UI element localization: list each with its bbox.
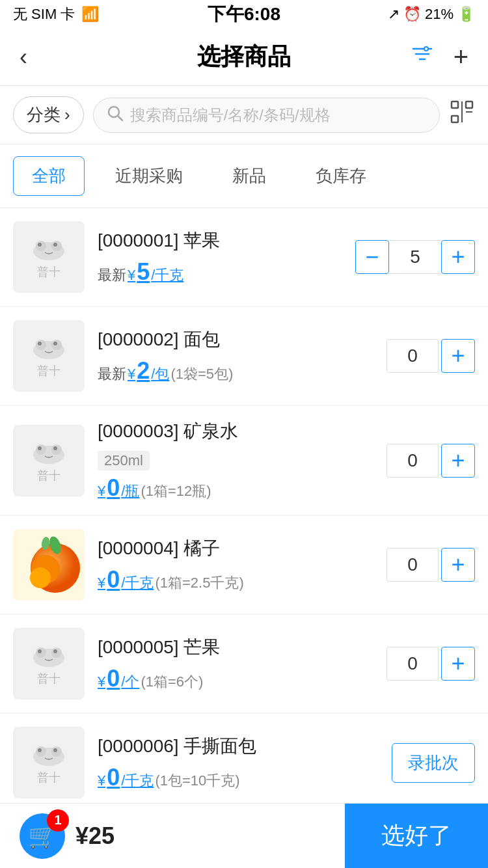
search-icon [107,105,124,126]
status-right: ↗ ⏰ 21% 🔋 [388,6,475,23]
quantity-increase-button[interactable]: + [441,444,475,478]
battery-icon: 🔋 [457,6,475,23]
quantity-control: + [386,339,475,373]
product-thumbnail: 普十 [13,320,85,392]
svg-rect-8 [452,116,458,122]
svg-point-20 [53,342,57,346]
svg-line-5 [118,116,122,120]
nav-left: ‹ [20,44,27,71]
svg-point-3 [424,47,428,51]
location-icon: ↗ [388,6,400,23]
svg-point-15 [53,243,57,247]
cart-button[interactable]: 🛒 1 [20,813,65,859]
back-button[interactable]: ‹ [20,44,27,71]
svg-point-24 [38,446,42,450]
quantity-decrease-button[interactable]: − [355,240,389,274]
svg-point-30 [30,567,51,588]
product-price: 最新 ¥ 2 /包 (1袋=5包) [98,357,373,385]
tab-negative[interactable]: 负库存 [297,156,385,196]
svg-point-42 [53,748,57,752]
list-item: 普十 [0000006] 手撕面包 ¥ 0 /千克 (1包=10千克) 录批次 [0,714,488,811]
product-thumbnail: 普十 [13,425,85,496]
product-price: ¥ 0 /瓶 (1箱=12瓶) [98,474,373,502]
tab-new[interactable]: 新品 [213,156,285,196]
quantity-control: + [386,548,475,582]
product-thumbnail: 普十 [13,221,85,293]
quantity-control: − + [355,240,475,274]
svg-point-14 [38,243,42,247]
product-price: ¥ 0 /千克 (1包=10千克) [98,764,379,791]
quantity-input[interactable] [386,647,439,681]
svg-point-19 [38,342,42,346]
product-thumbnail: 普十 [13,727,85,798]
quantity-input[interactable] [386,339,439,373]
category-label: 分类 [27,103,61,126]
status-time: 下午6:08 [208,2,280,27]
quantity-increase-button[interactable]: + [441,240,475,274]
category-button[interactable]: 分类 › [13,96,84,133]
list-item: 普十 [0000001] 苹果 最新 ¥ 5 /千克 − + [0,208,488,306]
svg-rect-7 [466,102,472,108]
quantity-control: + [386,647,475,681]
nav-right: + [411,42,468,72]
tabs-bar: 全部 近期采购 新品 负库存 [0,144,488,208]
category-arrow: › [64,105,70,125]
quantity-input[interactable] [389,240,441,274]
svg-point-37 [53,649,57,653]
svg-rect-6 [452,102,458,108]
product-name: [0000003] 矿泉水 [98,419,373,444]
product-name: [0000005] 芒果 [98,635,373,660]
batch-record-button[interactable]: 录批次 [392,743,475,783]
product-list: 普十 [0000001] 苹果 最新 ¥ 5 /千克 − + [0,208,488,865]
quantity-control: + [386,444,475,478]
quantity-input[interactable] [386,444,439,478]
filter-bar: 分类 › 搜索商品编号/名称/条码/规格 [0,86,488,144]
product-name: [0000001] 苹果 [98,228,342,253]
quantity-increase-button[interactable]: + [441,647,475,681]
quantity-increase-button[interactable]: + [441,339,475,373]
bottom-bar: 🛒 1 ¥25 选好了 [0,803,488,868]
list-item: 普十 [0000002] 面包 最新 ¥ 2 /包 (1袋=5包) + [0,307,488,405]
battery-label: 21% [425,6,454,23]
nav-bar: ‹ 选择商品 + [0,29,488,86]
product-price: ¥ 0 /千克 (1箱=2.5千克) [98,566,373,593]
cart-total: ¥25 [75,822,115,850]
svg-point-41 [38,748,42,752]
list-item: 普十 [0000005] 芒果 ¥ 0 /个 (1箱=6个) + [0,615,488,712]
search-placeholder: 搜索商品编号/名称/条码/规格 [130,105,331,126]
product-info: [0000001] 苹果 最新 ¥ 5 /千克 [98,228,342,286]
product-name: [0000002] 面包 [98,327,373,352]
product-info: [0000004] 橘子 ¥ 0 /千克 (1箱=2.5千克) [98,536,373,593]
quantity-increase-button[interactable]: + [441,548,475,582]
filter-button[interactable] [411,42,434,72]
tab-all[interactable]: 全部 [13,156,85,196]
list-item: 普十 [0000003] 矿泉水 250ml ¥ 0 /瓶 (1箱=12瓶) + [0,406,488,515]
product-info: [0000006] 手撕面包 ¥ 0 /千克 (1包=10千克) [98,734,379,791]
scan-button[interactable] [449,99,475,131]
confirm-button[interactable]: 选好了 [345,804,488,869]
page-title: 选择商品 [197,41,291,73]
status-left: 无 SIM 卡 📶 [13,5,99,24]
product-thumbnail: 普十 [13,628,85,699]
product-thumbnail [13,529,85,601]
list-item: [0000004] 橘子 ¥ 0 /千克 (1箱=2.5千克) + [0,516,488,614]
search-box[interactable]: 搜索商品编号/名称/条码/规格 [93,98,440,133]
carrier-label: 无 SIM 卡 [13,5,75,24]
product-info: [0000002] 面包 最新 ¥ 2 /包 (1袋=5包) [98,327,373,385]
product-spec: 250ml [98,451,150,470]
product-name: [0000006] 手撕面包 [98,734,379,759]
status-bar: 无 SIM 卡 📶 下午6:08 ↗ ⏰ 21% 🔋 [0,0,488,29]
product-info: [0000003] 矿泉水 250ml ¥ 0 /瓶 (1箱=12瓶) [98,419,373,502]
quantity-input[interactable] [386,548,439,582]
svg-point-36 [38,649,42,653]
product-info: [0000005] 芒果 ¥ 0 /个 (1箱=6个) [98,635,373,692]
product-price: ¥ 0 /个 (1箱=6个) [98,665,373,692]
alarm-icon: ⏰ [403,6,421,23]
add-button[interactable]: + [454,42,468,72]
product-name: [0000004] 橘子 [98,536,373,561]
cart-badge: 1 [47,809,69,832]
svg-point-25 [53,446,57,450]
wifi-icon: 📶 [81,6,99,23]
product-price: 最新 ¥ 5 /千克 [98,258,342,286]
tab-recent[interactable]: 近期采购 [96,156,202,196]
